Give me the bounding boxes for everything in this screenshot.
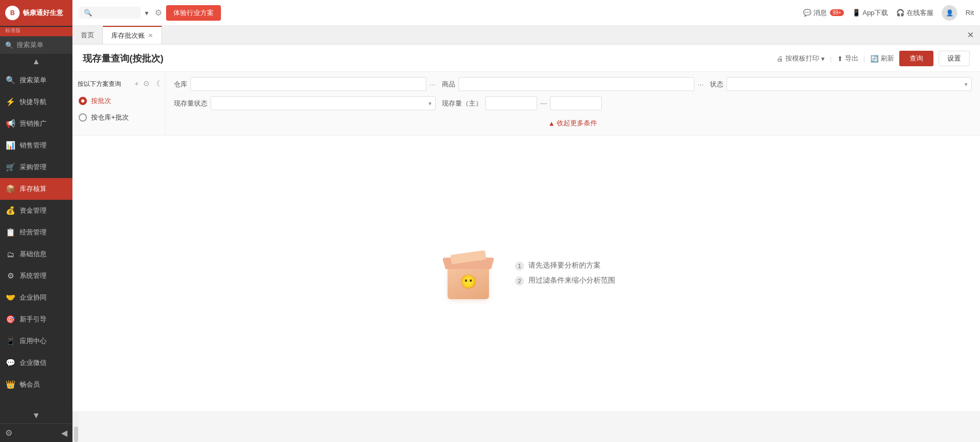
warehouse-label: 仓库 [174, 80, 187, 89]
warehouse-more-icon[interactable]: ··· [429, 80, 436, 89]
page-title: 现存量查询(按批次) [83, 52, 164, 65]
finance-icon: 💰 [5, 205, 16, 216]
messages-icon: 💬 [803, 9, 811, 17]
right-scrollbar-handle [74, 426, 78, 442]
tip-text-2: 用过滤条件来缩小分析范围 [528, 276, 615, 285]
inventory-qty-label: 现存量（主） [442, 99, 482, 108]
tabs-right: ✕ [967, 30, 980, 40]
sidebar-item-label-basic: 基础信息 [20, 249, 47, 259]
empty-tip-1: 1 请先选择要分析的方案 [515, 261, 615, 271]
sidebar-item-guide[interactable]: 🎯 新手引导 [0, 308, 72, 330]
sidebar-item-wechat[interactable]: 💬 企业微信 [0, 352, 72, 374]
scheme-collapse-icon[interactable]: 《 [153, 79, 160, 89]
query-button[interactable]: 查询 [899, 51, 933, 66]
tab-home[interactable]: 首页 [72, 26, 103, 44]
sidebar-item-search[interactable]: 🔍 搜索菜单 [0, 69, 72, 91]
topbar-search-box[interactable]: 🔍 [79, 7, 141, 19]
export-icon: ⬆ [837, 55, 843, 63]
avatar[interactable]: 👤 [942, 5, 957, 21]
scheme-by-batch-label: 按批次 [91, 96, 111, 106]
sidebar-search[interactable]: 🔍 搜索菜单 [0, 36, 72, 54]
scheme-by-warehouse-batch-label: 按仓库+批次 [91, 113, 129, 122]
filter-collapse-btn[interactable]: ▲ 收起更多条件 [174, 115, 972, 130]
refresh-btn[interactable]: 🔄 刷新 [870, 54, 894, 63]
export-btn[interactable]: ⬆ 导出 [837, 54, 858, 63]
sidebar-item-operation[interactable]: 📋 经营管理 [0, 222, 72, 243]
filter-area: 仓库 ··· 商品 ··· 状态 全部 [166, 72, 980, 135]
sidebar-item-label-system: 系统管理 [20, 271, 47, 281]
inventory-status-select[interactable]: 全部 有库存 无库存 [211, 96, 436, 110]
inventory-status-filter: 现存量状态 全部 有库存 无库存 ▾ [174, 96, 436, 110]
sidebar-item-system[interactable]: ⚙ 系统管理 [0, 265, 72, 287]
export-label: 导出 [845, 54, 858, 63]
status-select-wrapper: 全部 正常 停用 ▾ [726, 77, 972, 91]
scheme-item-by-warehouse-batch[interactable]: 按仓库+批次 [72, 109, 165, 126]
tabs-bar: 首页 库存批次账 ✕ ✕ [72, 26, 980, 45]
inventory-qty-max[interactable] [550, 96, 602, 110]
sidebar-scroll-down[interactable]: ▼ [0, 408, 72, 423]
app-title: 畅康通好生意 [23, 9, 63, 17]
content-area: 现存量查询(按批次) 🖨 按模板打印 ▾ | ⬆ 导出 | 🔄 刷新 查询 [72, 45, 980, 411]
page-actions: 🖨 按模板打印 ▾ | ⬆ 导出 | 🔄 刷新 查询 设置 [777, 51, 970, 66]
tab-inventory-batch[interactable]: 库存批次账 ✕ [103, 26, 162, 44]
sidebar-scroll-up[interactable]: ▲ [0, 54, 72, 69]
right-scrollbar[interactable] [72, 411, 79, 442]
sidebar-item-quick-nav[interactable]: ⚡ 快捷导航 [0, 91, 72, 113]
sidebar-item-apps[interactable]: 📱 应用中心 [0, 330, 72, 352]
filter-panel: 按以下方案查询 ＋ ⊙ 《 按批次 按仓库+批次 [72, 72, 980, 136]
sidebar-item-member[interactable]: 👑 畅会员 [0, 374, 72, 395]
print-template-btn[interactable]: 🖨 按模板打印 ▾ [777, 54, 825, 63]
sidebar-item-marketing[interactable]: 📢 营销推广 [0, 113, 72, 135]
empty-tip-2: 2 用过滤条件来缩小分析范围 [515, 276, 615, 286]
tip-num-2: 2 [515, 276, 524, 286]
tab-inventory-batch-close[interactable]: ✕ [148, 32, 153, 39]
tabs-close-all-btn[interactable]: ✕ [967, 30, 974, 40]
messages-label: 消息 [813, 8, 827, 18]
settings-button[interactable]: 设置 [939, 51, 970, 66]
messages-btn[interactable]: 💬 消息 99+ [803, 8, 844, 18]
sidebar-footer: ⚙ ◀ [0, 423, 72, 442]
quick-nav-icon: ⚡ [5, 97, 16, 107]
tab-home-label: 首页 [81, 31, 94, 40]
warehouse-input[interactable] [190, 77, 426, 91]
sidebar-item-label-search: 搜索菜单 [20, 76, 47, 85]
inventory-qty-min[interactable] [485, 96, 537, 110]
sidebar-item-label-apps: 应用中心 [20, 336, 47, 346]
inventory-status-select-wrapper: 全部 有库存 无库存 ▾ [211, 96, 436, 110]
scheme-dot-outline [79, 113, 87, 122]
status-select[interactable]: 全部 正常 停用 [726, 77, 972, 91]
range-dash: — [540, 99, 547, 107]
app-download-btn[interactable]: 📱 App下载 [852, 8, 888, 18]
product-more-icon[interactable]: ··· [697, 80, 704, 89]
system-icon: ⚙ [5, 271, 16, 281]
topbar-gear-icon[interactable]: ⚙ [155, 8, 162, 18]
sidebar-item-label-guide: 新手引导 [20, 315, 47, 324]
sidebar-item-enterprise[interactable]: 🤝 企业协同 [0, 287, 72, 308]
sidebar-item-sales[interactable]: 📊 销售管理 [0, 135, 72, 156]
sidebar-item-purchase[interactable]: 🛒 采购管理 [0, 156, 72, 178]
topbar-search-icon: 🔍 [84, 9, 92, 17]
sidebar-item-label-member: 畅会员 [20, 380, 40, 389]
sidebar-search-label: 搜索菜单 [17, 40, 43, 50]
settings-icon[interactable]: ⚙ [5, 428, 12, 438]
scheme-add-icon[interactable]: ＋ [133, 79, 140, 89]
sidebar-item-label-enterprise: 企业协同 [20, 293, 47, 302]
print-dropdown-icon[interactable]: ▾ [821, 55, 825, 63]
search-icon: 🔍 [5, 75, 16, 85]
apps-icon: 📱 [5, 336, 16, 346]
sidebar-item-basic[interactable]: 🗂 基础信息 [0, 243, 72, 265]
scheme-item-by-batch[interactable]: 按批次 [72, 93, 165, 109]
product-input[interactable] [458, 77, 694, 91]
filter-row-2: 现存量状态 全部 有库存 无库存 ▾ 现存量（主） [174, 96, 972, 110]
customer-service-btn[interactable]: 🎧 在线客服 [896, 8, 933, 18]
scheme-header: 按以下方案查询 ＋ ⊙ 《 [72, 77, 165, 93]
collapse-icon[interactable]: ◀ [61, 428, 67, 438]
sidebar-item-inventory[interactable]: 📦 库存核算 [0, 178, 72, 200]
sidebar-item-finance[interactable]: 💰 资金管理 [0, 200, 72, 222]
topbar-dropdown-btn[interactable]: ▾ [145, 9, 149, 17]
empty-state: 😶 1 请先选择要分析的方案 2 用过滤条件来缩小分析范围 [72, 136, 980, 411]
scheme-settings-icon[interactable]: ⊙ [143, 79, 150, 89]
filter-row-1: 仓库 ··· 商品 ··· 状态 全部 [174, 77, 972, 91]
trial-button[interactable]: 体验行业方案 [166, 5, 221, 21]
empty-illustration: 😶 [437, 242, 499, 304]
